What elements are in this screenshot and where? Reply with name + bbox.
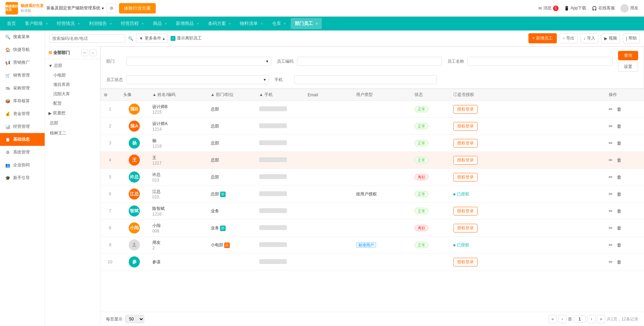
- dept-child-xiaodian[interactable]: 小电部: [45, 71, 100, 80]
- tab-goods-close[interactable]: ×: [165, 21, 167, 26]
- tab-barcode-close[interactable]: ×: [229, 21, 231, 26]
- tab-bom[interactable]: 物料清单×: [236, 18, 267, 29]
- tab-department[interactable]: 部门员工×: [291, 18, 322, 29]
- auth-button[interactable]: 授权登录: [453, 122, 478, 131]
- emp-name-input[interactable]: [468, 57, 613, 66]
- tab-history[interactable]: 经营历程×: [117, 18, 148, 29]
- sidebar-item-finance[interactable]: 💰 资金管理: [0, 107, 45, 120]
- help-button[interactable]: | 帮助: [623, 33, 640, 43]
- dept-child-distribution[interactable]: 配货: [45, 99, 100, 108]
- export-button[interactable]: ↑ 导出: [560, 33, 578, 43]
- tab-warehouse[interactable]: 仓库×: [268, 18, 290, 29]
- tab-warehouse-close[interactable]: ×: [284, 21, 286, 26]
- delete-button[interactable]: 🗑: [617, 106, 622, 112]
- system-title-dropdown[interactable]: 装备及固定资产辅助管理系统 ▾: [46, 5, 104, 11]
- tab-profit-close[interactable]: ×: [110, 21, 112, 26]
- dept-edit-button[interactable]: ✏: [81, 49, 88, 56]
- dept-group-zongbu-toggle[interactable]: 总部: [45, 118, 100, 128]
- sidebar-item-sales[interactable]: 🛒 销售管理: [0, 69, 45, 82]
- delete-button[interactable]: 🗑: [617, 225, 622, 231]
- edit-button[interactable]: ✏: [609, 208, 613, 214]
- dept-child-shenyang[interactable]: 沈阳大库: [45, 89, 100, 99]
- edit-button[interactable]: ✏: [609, 242, 613, 248]
- set-button[interactable]: 设置: [618, 62, 638, 72]
- tab-history-close[interactable]: ×: [142, 21, 144, 26]
- edit-button[interactable]: ✏: [609, 259, 613, 265]
- tab-add-goods[interactable]: 新增商品×: [172, 18, 203, 29]
- auth-button[interactable]: 授权登录: [453, 224, 478, 232]
- auth-button[interactable]: 授权登录: [453, 258, 478, 266]
- sidebar-item-purchase[interactable]: 🛍 采购管理: [0, 82, 45, 95]
- dept-group-shuanglu-toggle[interactable]: ▶ 双鹿想: [45, 108, 100, 118]
- sidebar-item-search[interactable]: 🔍 搜索菜单: [0, 30, 45, 43]
- view-button[interactable]: ▶ 视频: [601, 33, 620, 43]
- sidebar-item-system[interactable]: ⚙ 系统管理: [0, 146, 45, 159]
- emp-status-select[interactable]: ▾: [126, 75, 269, 84]
- sidebar-item-collab[interactable]: 👥 企业协同: [0, 159, 45, 171]
- show-resigned-checkbox[interactable]: ✓ 显示离职员工: [171, 35, 202, 41]
- dept-child-project[interactable]: 项目库房: [45, 80, 100, 89]
- edit-button[interactable]: ✏: [609, 123, 613, 129]
- tab-home[interactable]: 首页: [3, 18, 20, 29]
- delete-button[interactable]: 🗑: [617, 157, 622, 163]
- settings-icon[interactable]: ⚙: [107, 3, 116, 13]
- message-button[interactable]: ✉ 消息 5: [538, 5, 559, 11]
- delete-button[interactable]: 🗑: [617, 208, 622, 214]
- auth-button[interactable]: 授权登录: [453, 173, 478, 182]
- tab-bom-close[interactable]: ×: [261, 21, 263, 26]
- auth-button[interactable]: 授权登录: [453, 139, 478, 148]
- col-phone[interactable]: ▲ 手机: [256, 89, 304, 101]
- trial-button[interactable]: 体验行业方案: [119, 3, 156, 14]
- app-download-button[interactable]: 📱 App下载: [564, 5, 586, 11]
- sidebar-item-basic-info[interactable]: 📋 基础信息: [0, 133, 45, 146]
- user-button[interactable]: 用友: [620, 4, 638, 12]
- auth-button[interactable]: 授权登录: [453, 207, 478, 215]
- sidebar-item-guide[interactable]: 🎓 新手引导: [0, 171, 45, 184]
- col-dept-position[interactable]: ▲ 部门/职位: [207, 89, 256, 101]
- delete-button[interactable]: 🗑: [617, 174, 622, 180]
- delete-button[interactable]: 🗑: [617, 259, 622, 265]
- tab-department-close[interactable]: ×: [316, 21, 318, 26]
- tab-operation[interactable]: 经营情况×: [53, 18, 84, 29]
- edit-button[interactable]: ✏: [609, 140, 613, 146]
- prev-page-button[interactable]: ‹: [558, 315, 566, 323]
- dept-all-button[interactable]: ⊞ 全部部门: [48, 50, 70, 56]
- sidebar-item-nav[interactable]: 🏠 快捷导航: [0, 43, 45, 56]
- tab-operation-close[interactable]: ×: [78, 21, 80, 26]
- add-employee-button[interactable]: + 新增员工: [528, 33, 557, 43]
- dept-select[interactable]: ▾: [126, 57, 271, 66]
- edit-button[interactable]: ✏: [609, 191, 613, 197]
- delete-button[interactable]: 🗑: [617, 140, 622, 146]
- sidebar-item-inventory[interactable]: 📦 库存核算: [0, 95, 45, 107]
- edit-button[interactable]: ✏: [609, 174, 613, 180]
- emp-code-input[interactable]: [297, 57, 442, 66]
- tab-customer[interactable]: 客户联络×: [21, 18, 52, 29]
- auth-button[interactable]: 授权登录: [453, 156, 478, 165]
- import-button[interactable]: ↓ 导入: [580, 33, 598, 43]
- dept-group-headquarters-toggle[interactable]: ▼ 总部: [45, 61, 100, 71]
- per-page-select[interactable]: 50 100 200: [125, 315, 144, 323]
- first-page-button[interactable]: «: [548, 315, 557, 323]
- sidebar-item-operation[interactable]: 📊 经营管理: [0, 120, 45, 133]
- more-filter-button[interactable]: ▼ 更多条件 ▴: [136, 34, 168, 43]
- delete-button[interactable]: 🗑: [617, 191, 622, 197]
- page-number-input[interactable]: [573, 316, 586, 323]
- delete-button[interactable]: 🗑: [617, 242, 622, 248]
- tab-profit[interactable]: 利润报告×: [85, 18, 116, 29]
- next-page-button[interactable]: ›: [587, 315, 596, 323]
- col-name-code[interactable]: ▲ 姓名/编码: [149, 89, 207, 101]
- phone-input[interactable]: [294, 75, 437, 84]
- search-submit-icon[interactable]: 🔍: [128, 36, 133, 41]
- online-service-button[interactable]: 🎧 在线客服: [592, 5, 615, 11]
- edit-button[interactable]: ✏: [609, 106, 613, 112]
- search-input[interactable]: [49, 34, 125, 43]
- last-page-button[interactable]: »: [597, 315, 605, 323]
- edit-button[interactable]: ✏: [609, 225, 613, 231]
- delete-button[interactable]: 🗑: [617, 123, 622, 129]
- col-settings[interactable]: ⚙: [100, 89, 120, 101]
- sidebar-item-marketing[interactable]: 📢 营销推广: [0, 56, 45, 69]
- tab-barcode[interactable]: 条码方案×: [204, 18, 235, 29]
- query-button[interactable]: 查询: [618, 51, 638, 60]
- dept-collapse-button[interactable]: «: [90, 49, 97, 56]
- tab-add-goods-close[interactable]: ×: [197, 21, 199, 26]
